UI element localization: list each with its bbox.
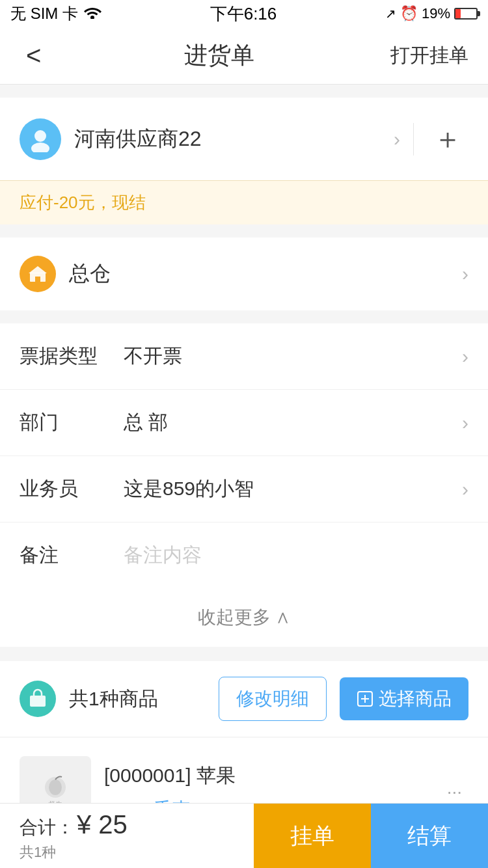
warehouse-section: 总仓 › — [0, 237, 488, 310]
warehouse-row[interactable]: 总仓 › — [0, 237, 488, 310]
supplier-notice: 应付-20元，现结 — [0, 180, 488, 224]
open-hang-button[interactable]: 打开挂单 — [390, 42, 468, 69]
status-right: ↗ ⏰ 19% — [385, 5, 478, 22]
product-header: 共1种商品 修改明细 选择商品 — [0, 661, 488, 737]
product-icon — [20, 681, 56, 717]
collapse-label: 收起更多 ∧ — [198, 605, 291, 630]
svg-point-10 — [49, 780, 62, 795]
supplier-avatar — [20, 118, 61, 160]
select-product-button[interactable]: 选择商品 — [340, 677, 468, 720]
location-icon: ↗ — [385, 6, 396, 21]
remarks-row[interactable]: 备注 备注内容 — [0, 522, 488, 588]
carrier-label: 无 SIM 卡 — [10, 3, 78, 24]
form-section: 票据类型 不开票 › 部门 总 部 › 业务员 这是859的小智 › 备注 备注… — [0, 323, 488, 588]
svg-marker-3 — [29, 266, 47, 273]
add-supplier-button[interactable]: ＋ — [427, 113, 468, 165]
divider-2 — [0, 224, 488, 237]
edit-detail-button[interactable]: 修改明细 — [219, 677, 327, 721]
supplier-row[interactable]: 河南供应商22 › ＋ — [0, 98, 488, 180]
checkout-button[interactable]: 结算 — [371, 804, 488, 869]
department-label: 部门 — [20, 409, 111, 436]
divider-3 — [0, 310, 488, 323]
total-count: 共1种 — [20, 843, 234, 862]
svg-point-0 — [34, 130, 46, 142]
warehouse-chevron-icon: › — [462, 263, 468, 285]
divider-4 — [0, 647, 488, 660]
svg-rect-4 — [35, 277, 40, 282]
ticket-type-label: 票据类型 — [20, 343, 111, 370]
ticket-type-row[interactable]: 票据类型 不开票 › — [0, 323, 488, 390]
total-label: 合计： — [20, 815, 74, 840]
divider-1 — [0, 85, 488, 98]
warehouse-icon — [20, 256, 56, 292]
nav-bar: < 进货单 打开挂单 — [0, 27, 488, 85]
product-name: [0000001] 苹果 — [104, 763, 427, 789]
supplier-section: 河南供应商22 › ＋ 应付-20元，现结 — [0, 98, 488, 224]
total-amount: ¥ 25 — [77, 810, 128, 839]
ticket-type-chevron-icon: › — [462, 346, 468, 368]
battery-icon — [454, 8, 478, 20]
status-bar: 无 SIM 卡 下午6:16 ↗ ⏰ 19% — [0, 0, 488, 27]
page-title: 进货单 — [184, 40, 254, 72]
remarks-label: 备注 — [20, 542, 111, 569]
supplier-name: 河南供应商22 — [74, 125, 387, 154]
hang-button[interactable]: 挂单 — [254, 804, 371, 869]
alarm-icon: ⏰ — [400, 5, 418, 22]
supplier-divider — [413, 123, 414, 156]
svg-rect-5 — [30, 696, 46, 707]
status-time: 下午6:16 — [210, 3, 277, 25]
salesperson-label: 业务员 — [20, 476, 111, 502]
ticket-type-value: 不开票 — [124, 343, 455, 370]
select-product-label: 选择商品 — [379, 686, 452, 711]
department-value: 总 部 — [124, 409, 455, 436]
salesperson-row[interactable]: 业务员 这是859的小智 › — [0, 456, 488, 522]
svg-point-1 — [31, 142, 49, 152]
status-left: 无 SIM 卡 — [10, 3, 102, 24]
salesperson-value: 这是859的小智 — [124, 476, 455, 502]
salesperson-chevron-icon: › — [462, 478, 468, 500]
remarks-placeholder: 备注内容 — [124, 542, 468, 569]
warehouse-name: 总仓 — [69, 260, 455, 288]
department-chevron-icon: › — [462, 412, 468, 434]
wifi-icon — [83, 5, 102, 23]
back-button[interactable]: < — [20, 34, 47, 77]
total-section: 合计： ¥ 25 共1种 — [0, 810, 254, 862]
bottom-bar: 合计： ¥ 25 共1种 挂单 结算 — [0, 803, 488, 868]
department-row[interactable]: 部门 总 部 › — [0, 390, 488, 456]
product-count: 共1种商品 — [69, 686, 206, 712]
supplier-chevron-icon: › — [394, 128, 400, 150]
collapse-bar[interactable]: 收起更多 ∧ — [0, 588, 488, 647]
battery-percent: 19% — [422, 5, 450, 22]
